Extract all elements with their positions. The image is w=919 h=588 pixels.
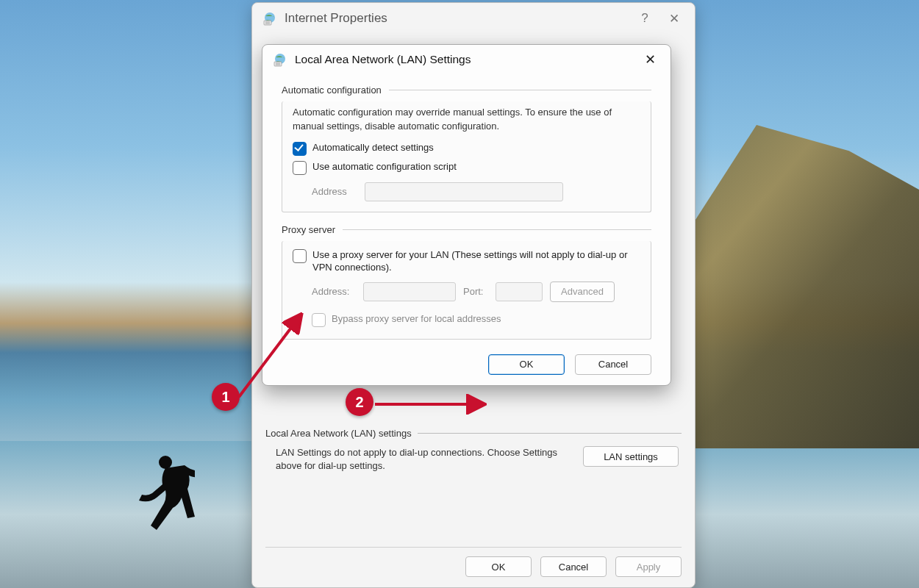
annotation-arrow-2	[373, 397, 491, 412]
proxy-heading: Proxy server	[282, 224, 335, 235]
auto-detect-checkbox[interactable]	[293, 142, 307, 156]
proxy-address-input[interactable]	[363, 282, 456, 301]
parent-apply-button[interactable]: Apply	[615, 556, 682, 577]
annotation-arrow-1	[235, 309, 316, 404]
proxy-port-input[interactable]	[496, 282, 543, 301]
auto-detect-label: Automatically detect settings	[312, 141, 434, 154]
child-ok-button[interactable]: OK	[488, 354, 565, 375]
parent-titlebar[interactable]: Internet Properties ? ✕	[252, 3, 695, 34]
annotation-callout-2: 2	[346, 388, 373, 416]
auto-script-checkbox[interactable]	[293, 161, 307, 175]
parent-footer: OK Cancel Apply	[465, 556, 682, 577]
auto-script-label: Use automatic configuration script	[312, 160, 457, 173]
use-proxy-checkbox[interactable]	[293, 249, 307, 263]
proxy-address-label: Address:	[312, 286, 356, 297]
wallpaper-runner	[129, 452, 195, 548]
svg-line-9	[239, 316, 300, 397]
lan-section-desc: LAN Settings do not apply to dial-up con…	[276, 446, 570, 473]
bypass-label: Bypass proxy server for local addresses	[332, 312, 501, 326]
svg-rect-6	[274, 62, 282, 66]
auto-config-desc: Automatic configuration may override man…	[293, 106, 640, 134]
close-parent-button[interactable]: ✕	[659, 7, 689, 30]
desktop-wallpaper: Internet Properties ? ✕ Local Area Netwo…	[0, 0, 919, 588]
auto-config-group: Automatic configuration may override man…	[282, 101, 651, 212]
use-proxy-label: Use a proxy server for your LAN (These s…	[312, 248, 640, 274]
svg-rect-2	[264, 21, 271, 25]
parent-title: Internet Properties	[285, 11, 387, 26]
parent-ok-button[interactable]: OK	[465, 556, 532, 577]
auto-detect-row[interactable]: Automatically detect settings	[293, 141, 640, 156]
auto-address-label: Address	[312, 186, 356, 197]
parent-cancel-button[interactable]: Cancel	[540, 556, 607, 577]
proxy-group: Use a proxy server for your LAN (These s…	[282, 241, 651, 340]
proxy-port-label: Port:	[463, 286, 488, 297]
auto-script-row[interactable]: Use automatic configuration script	[293, 160, 640, 175]
proxy-heading-row: Proxy server	[282, 224, 651, 235]
child-title: Local Area Network (LAN) Settings	[295, 53, 471, 66]
internet-options-icon	[273, 52, 287, 67]
wallpaper-mountain	[669, 125, 919, 448]
child-titlebar[interactable]: Local Area Network (LAN) Settings ✕	[262, 45, 671, 74]
proxy-advanced-button[interactable]: Advanced	[550, 282, 615, 302]
parent-footer-divider	[265, 547, 682, 548]
internet-options-icon	[262, 11, 277, 26]
auto-config-heading-row: Automatic configuration	[282, 85, 651, 96]
auto-config-heading: Automatic configuration	[282, 85, 382, 96]
close-child-button[interactable]: ✕	[635, 48, 665, 71]
auto-address-input[interactable]	[365, 182, 563, 201]
bypass-row[interactable]: Bypass proxy server for local addresses	[312, 312, 640, 327]
help-button[interactable]: ?	[630, 7, 659, 30]
lan-section-title: Local Area Network (LAN) settings	[265, 428, 412, 439]
child-cancel-button[interactable]: Cancel	[575, 354, 651, 375]
child-footer: OK Cancel	[262, 351, 671, 375]
svg-point-0	[159, 456, 172, 469]
lan-section-header: Local Area Network (LAN) settings	[265, 428, 682, 439]
lan-settings-button[interactable]: LAN settings	[583, 446, 679, 467]
lan-settings-dialog: Local Area Network (LAN) Settings ✕ Auto…	[262, 44, 671, 386]
use-proxy-row[interactable]: Use a proxy server for your LAN (These s…	[293, 248, 640, 274]
